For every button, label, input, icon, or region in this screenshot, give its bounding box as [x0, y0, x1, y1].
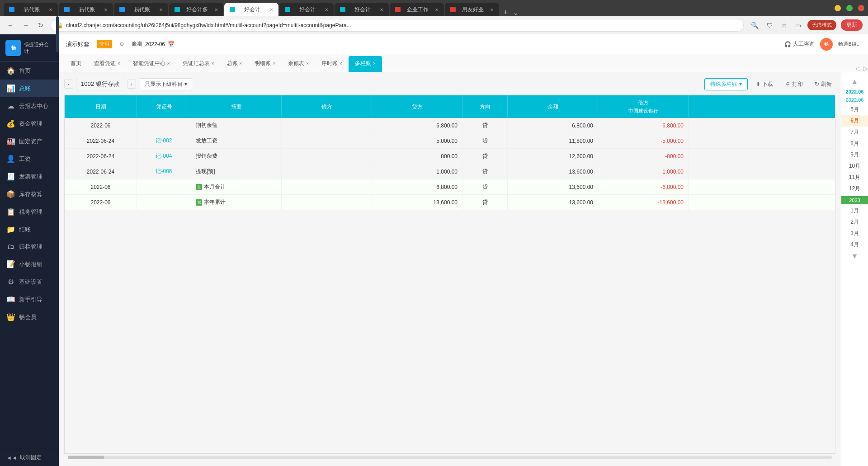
calendar-down-arrow[interactable]: ▼	[849, 250, 860, 262]
calendar-month-2023-4[interactable]: 4月	[841, 239, 868, 250]
sidebar-unpin-button[interactable]: ◄◄ 取消固定	[0, 449, 59, 466]
sidebar-item-payroll[interactable]: 👤 工资	[0, 150, 59, 168]
sidebar-item-inventory[interactable]: 📦 库存核算	[0, 185, 59, 203]
browser-tab-7[interactable]: 好会计 ✕	[335, 3, 389, 16]
address-bar[interactable]: 🔒 cloud2.chanjet.com/accounting/uh26t264…	[51, 19, 744, 32]
sidebar-item-membership[interactable]: 👑 畅会员	[0, 308, 59, 326]
tab-view-voucher[interactable]: 查看凭证 ×	[88, 56, 127, 72]
browser-tab-3[interactable]: 易代账 ✕	[114, 3, 168, 16]
year-2023-label: 2023	[841, 196, 868, 204]
sidebar-item-funds[interactable]: 💰 资金管理	[0, 115, 59, 132]
browser-tab-5[interactable]: 好会计 ✕	[224, 3, 278, 16]
tab-close-7[interactable]: ✕	[380, 7, 383, 12]
tab-close-9[interactable]: ✕	[490, 7, 494, 12]
tab-voucher-summary[interactable]: 凭证汇总表 ×	[176, 56, 221, 72]
sidebar-item-home[interactable]: 🏠 首页	[0, 62, 59, 80]
tab-close-2[interactable]: ✕	[104, 7, 108, 12]
tab-multi-column[interactable]: 多栏账 ×	[349, 56, 382, 72]
sidebar-item-archive[interactable]: 🗂 归档管理	[0, 238, 59, 255]
voucher-link[interactable]: 记-004	[156, 152, 172, 160]
tab-close-8[interactable]: ✕	[435, 7, 439, 12]
sidebar-item-guide[interactable]: 📖 新手引导	[0, 291, 59, 308]
wuhen-button[interactable]: 无痕模式	[807, 20, 836, 30]
tab-close-detail-ledger[interactable]: ×	[273, 61, 275, 66]
calendar-month-9[interactable]: 9月	[841, 149, 868, 160]
settings-gear-icon[interactable]: ⚙	[119, 41, 124, 47]
star-icon[interactable]: ☆	[779, 20, 789, 31]
sidebar-item-ledger[interactable]: 📊 总账	[0, 80, 59, 97]
calendar-month-6[interactable]: 6月	[841, 115, 868, 127]
shield-icon[interactable]: 🛡	[765, 20, 775, 31]
calendar-month-10[interactable]: 10月	[841, 160, 868, 172]
filter-subcategory-button[interactable]: 只显示下级科目 ▾	[140, 78, 192, 90]
browser-tab-2[interactable]: 易代账 ✕	[59, 3, 113, 16]
tab-smart-voucher[interactable]: 智能凭证中心 ×	[127, 56, 176, 72]
service-button[interactable]: 🎧 人工咨询	[784, 40, 815, 48]
download-button[interactable]: ⬇ 下载	[752, 79, 777, 90]
sidebar-item-cloud-report[interactable]: ☁ 云报表中心	[0, 97, 59, 115]
invoice-icon: 🧾	[6, 172, 15, 181]
voucher-link[interactable]: 记-006	[156, 168, 172, 175]
calendar-month-2023-2[interactable]: 2月	[841, 217, 868, 228]
special-multicolumn-button[interactable]: 特殊多栏账 ▾	[704, 78, 748, 90]
horizontal-scrollbar[interactable]	[68, 456, 832, 459]
tab-close-smart-voucher[interactable]: ×	[167, 61, 170, 66]
calendar-up-arrow[interactable]: ▲	[849, 76, 860, 88]
tab-close-journal[interactable]: ×	[340, 61, 342, 66]
calendar-month-8[interactable]: 8月	[841, 138, 868, 149]
next-account-button[interactable]: ›	[127, 80, 136, 89]
sidebar-item-tax[interactable]: 📋 税务管理	[0, 203, 59, 221]
sidebar-toggle-icon[interactable]: ▭	[793, 20, 803, 31]
calendar-month-11[interactable]: 11月	[841, 172, 868, 183]
refresh-nav-button[interactable]: ↻	[36, 20, 45, 31]
scrollbar-thumb[interactable]	[68, 456, 104, 459]
maximize-button[interactable]: □	[846, 5, 853, 11]
close-button[interactable]: ✕	[858, 5, 864, 11]
tab-close-5[interactable]: ✕	[269, 7, 273, 12]
tab-close-3[interactable]: ✕	[159, 7, 163, 12]
sidebar-item-fixed-assets[interactable]: 🏭 固定资产	[0, 132, 59, 150]
tab-close-multi-column[interactable]: ×	[373, 61, 376, 66]
browser-tab-8[interactable]: 企业工作 ✕	[390, 3, 444, 16]
tab-home[interactable]: 首页	[64, 56, 88, 72]
browser-tab-9[interactable]: 用友好业 ✕	[445, 3, 499, 16]
sidebar-item-close-period[interactable]: 📁 结账	[0, 221, 59, 238]
calendar-month-12[interactable]: 12月	[841, 183, 868, 194]
calendar-month-5[interactable]: 5月	[841, 104, 868, 115]
calendar-month-2023-1[interactable]: 1月	[841, 205, 868, 217]
minimize-button[interactable]: —	[835, 5, 841, 11]
sidebar-item-expense[interactable]: 📝 小畅报销	[0, 255, 59, 273]
user-avatar[interactable]: 畅	[820, 38, 833, 51]
browser-tab-4[interactable]: 好会计多 ✕	[169, 3, 223, 16]
tab-close-balance[interactable]: ×	[306, 61, 309, 66]
tab-close-general-ledger[interactable]: ×	[240, 61, 242, 66]
search-icon[interactable]: 🔍	[749, 20, 760, 31]
collapse-right-icon[interactable]: ▷	[863, 65, 868, 72]
tab-close-6[interactable]: ✕	[325, 7, 328, 12]
browser-tab-1[interactable]: 易代账 ✕	[4, 3, 58, 16]
calendar-icon[interactable]: 📅	[168, 41, 175, 47]
tab-close-1[interactable]: ✕	[49, 7, 52, 12]
tab-journal[interactable]: 序时账 ×	[315, 56, 349, 72]
tab-close-view-voucher[interactable]: ×	[118, 61, 120, 66]
collapse-left-icon[interactable]: ◁	[855, 65, 860, 72]
new-tab-button[interactable]: +	[500, 8, 511, 16]
update-button[interactable]: 更新	[841, 19, 863, 31]
tab-general-ledger[interactable]: 总账 ×	[221, 56, 249, 72]
print-button[interactable]: 🖨 打印	[781, 79, 807, 90]
tab-close-voucher-summary[interactable]: ×	[212, 61, 214, 66]
tab-close-4[interactable]: ✕	[214, 7, 218, 12]
calendar-month-7[interactable]: 7月	[841, 127, 868, 138]
calendar-month-2023-3[interactable]: 3月	[841, 228, 868, 239]
tab-detail-ledger[interactable]: 明细账 ×	[248, 56, 282, 72]
refresh-button[interactable]: ↻ 刷新	[811, 79, 835, 90]
voucher-link[interactable]: 记-002	[156, 137, 172, 145]
back-button[interactable]: ←	[5, 20, 15, 31]
browser-tab-6[interactable]: 好会计 ✕	[279, 3, 334, 16]
prev-account-button[interactable]: ‹	[64, 80, 73, 89]
sidebar-item-settings[interactable]: ⚙ 基础设置	[0, 273, 59, 291]
tab-balance[interactable]: 余额表 ×	[282, 56, 315, 72]
sidebar-item-invoice[interactable]: 🧾 发票管理	[0, 168, 59, 185]
forward-button[interactable]: →	[21, 20, 31, 31]
tab-overflow-button[interactable]: ⌄	[513, 9, 519, 16]
